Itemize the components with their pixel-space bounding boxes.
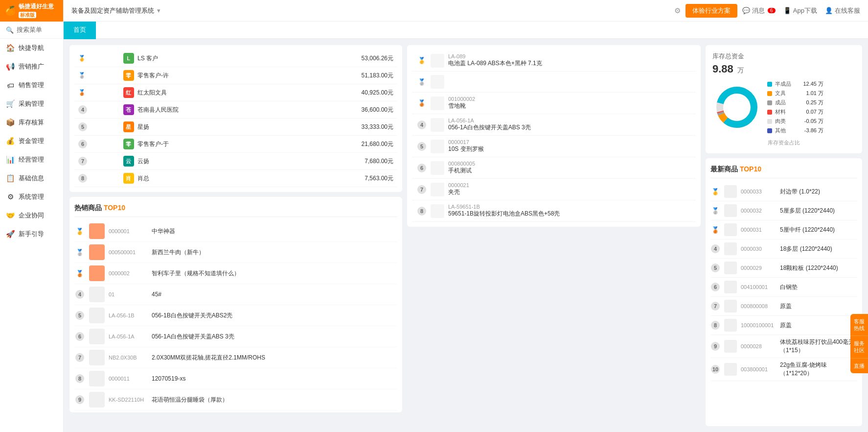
float-btn-community[interactable]: 服务社区 — [850, 336, 868, 359]
new-product-thumb — [724, 204, 737, 217]
customer-rank: 4 — [74, 101, 119, 119]
sidebar-basic-label: 基础信息 — [19, 174, 44, 183]
new-product-row: 🥉 0000031 5厘中纤 (1220*2440) — [710, 220, 857, 240]
sidebar-finance-label: 资金管理 — [19, 137, 44, 145]
system-icon: ⚙ — [6, 192, 15, 201]
customer-name: 星扬 — [137, 123, 149, 130]
sidebar-item-sales[interactable]: 🏷 销售管理 — [0, 76, 63, 95]
sidebar-header: 🍊 畅捷通好生意 标准版 — [0, 0, 63, 22]
customer-amount: 40,925.00元 — [290, 84, 398, 101]
new-product-row: 8 10000100001 原盖 — [710, 316, 857, 335]
product-sale-row: 🥇 LA-089 电池盖 LA-089 ABS本色+黑种 7.1克 — [412, 50, 696, 72]
sidebar-item-inventory[interactable]: 📦 库存核算 — [0, 113, 63, 132]
try-plan-button[interactable]: 体验行业方案 — [685, 4, 737, 18]
new-product-thumb — [724, 319, 737, 332]
inventory-title: 库存总资金 — [712, 52, 744, 60]
new-product-code: 0000028 — [741, 343, 776, 349]
app-download-button[interactable]: 📱 App下载 — [783, 6, 817, 15]
sidebar-item-marketing[interactable]: 📢 营销推广 — [0, 57, 63, 76]
new-product-code: 0000031 — [741, 227, 776, 233]
product-sale-row: 7 0000021 夹壳 — [412, 179, 696, 200]
sale-product-thumb — [431, 75, 444, 89]
nav-tabs: 首页 — [64, 22, 868, 39]
legend-category-value: -3.86 万 — [794, 127, 823, 134]
search-menu[interactable]: 🔍 搜索菜单 — [0, 22, 63, 39]
sidebar-item-finance[interactable]: 💰 资金管理 — [0, 132, 63, 150]
middle-panel: 🥇 LA-089 电池盖 LA-089 ABS本色+黑种 7.1克 🥈 🥉 00… — [407, 45, 701, 426]
rank-badge: 6 — [78, 140, 87, 148]
sale-product-name: 手机测试 — [448, 167, 691, 175]
customer-rank: 6 — [74, 136, 119, 153]
sidebar-item-collab[interactable]: 🤝 企业协同 — [0, 206, 63, 225]
donut-chart-container: 半成品 12.45 万 文具 1.01 万 成品 0.25 万 材料 0.07 … — [712, 80, 855, 134]
new-product-name: 原盖 — [780, 321, 857, 330]
new-product-row: 5 0000029 18颗粒板 (1220*2440) — [710, 259, 857, 278]
product-name: 新西兰牛肉（新牛） — [152, 248, 397, 257]
new-product-code: 10000100001 — [741, 322, 776, 328]
rank-badge: 6 — [711, 283, 720, 291]
new-product-rank: 9 — [710, 342, 720, 351]
sidebar-item-quicknav[interactable]: 🏠 快捷导航 — [0, 39, 63, 57]
product-code: NB2.0X30B — [109, 355, 148, 360]
sale-rank: 🥇 — [417, 57, 427, 64]
sidebar-purchase-label: 采购管理 — [19, 99, 44, 108]
product-code: 0000002 — [109, 270, 148, 276]
rank-badge: 5 — [711, 264, 720, 272]
sale-product-thumb — [431, 183, 444, 196]
hot-product-row: 7 NB2.0X30B 2.0X30MM双搓花轴,搓花直径2.1MM/ROHS — [74, 347, 397, 368]
hot-product-row: 9 KK-SD22110H 花语萌恒温分腿睡袋（厚款） — [74, 389, 397, 410]
inventory-unit: 万 — [737, 67, 744, 74]
new-product-name: 22g鱼豆腐-烧烤味（1*12*20） — [780, 361, 857, 378]
legend-category-value: 1.01 万 — [794, 90, 823, 97]
new-product-name: 18颗粒板 (1220*2440) — [780, 264, 857, 272]
sale-product-info: 0000017 10S 变刑罗猴 — [448, 139, 691, 153]
message-icon: 💬 — [742, 7, 750, 14]
sale-product-thumb — [431, 161, 444, 175]
legend-item: 其他 -3.86 万 — [767, 127, 823, 134]
hot-products-title: 热销商品 TOP10 — [74, 202, 397, 217]
product-rank-icon: 5 — [74, 311, 85, 320]
sidebar-item-basic[interactable]: 📋 基础信息 — [0, 169, 63, 188]
inventory-card: 库存总资金 9.88 万 — [706, 45, 862, 153]
purchase-icon: 🛒 — [6, 99, 15, 108]
customer-amount: 7,680.00元 — [290, 153, 398, 170]
new-product-name: 白钢垫 — [780, 283, 857, 291]
legend-category-name: 半成品 — [775, 80, 791, 88]
tab-home[interactable]: 首页 — [64, 22, 96, 39]
marketing-icon: 📢 — [6, 62, 15, 71]
customer-avatar-cell: 云 云扬 — [119, 153, 290, 170]
product-rank-icon: 7 — [74, 353, 85, 362]
collab-icon: 🤝 — [6, 211, 15, 220]
customer-avatar-cell: 零 零售客户-许 — [119, 67, 290, 84]
sale-product-name: 夹壳 — [448, 188, 691, 196]
sidebar-item-guide[interactable]: 🚀 新手引导 — [0, 225, 63, 243]
message-button[interactable]: 💬 消息 6 — [742, 6, 776, 15]
sidebar-quicknav-label: 快捷导航 — [19, 44, 44, 52]
settings-icon[interactable]: ⚙ — [674, 6, 681, 15]
product-thumbnail — [89, 329, 105, 344]
rank-badge: 6 — [75, 332, 84, 341]
customer-avatar: 零 — [123, 139, 134, 149]
float-btn-service[interactable]: 客服热线 — [850, 314, 868, 336]
sidebar-item-operation[interactable]: 📊 经营管理 — [0, 150, 63, 169]
sidebar-item-system[interactable]: ⚙ 系统管理 — [0, 188, 63, 206]
sale-product-name: 056-1A白色按键开关盖ABS 3壳 — [448, 123, 691, 132]
customer-name: 肖总 — [137, 175, 149, 182]
legend-category-name: 文具 — [775, 90, 786, 97]
float-btn-live[interactable]: 直播 — [850, 359, 868, 373]
product-name: 2.0X30MM双搓花轴,搓花直径2.1MM/ROHS — [152, 354, 397, 362]
sidebar-item-purchase[interactable]: 🛒 采购管理 — [0, 95, 63, 113]
new-product-rank: 7 — [710, 302, 720, 311]
rank-badge: 4 — [78, 105, 87, 114]
sale-product-thumb — [431, 140, 444, 153]
product-code: 000500001 — [109, 249, 148, 255]
sale-product-code: LA-056-1A — [448, 118, 691, 123]
new-product-rank: 🥇 — [710, 188, 720, 195]
new-product-name: 封边带 (1.0*22) — [780, 188, 857, 196]
legend-dot — [767, 100, 772, 105]
sale-rank: 6 — [417, 164, 427, 172]
online-service-button[interactable]: 👤 在线客服 — [825, 6, 860, 15]
product-sale-row: 6 000800005 手机测试 — [412, 157, 696, 179]
hot-product-row: 5 LA-056-1B 056-1B白色按键开关壳ABS2壳 — [74, 305, 397, 326]
new-product-name: 原盖 — [780, 302, 857, 311]
